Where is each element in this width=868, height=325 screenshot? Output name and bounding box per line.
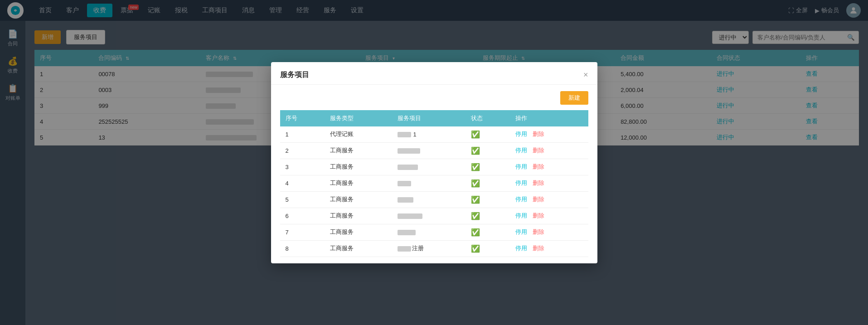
status-check-icon: ✅ (471, 131, 480, 138)
dialog-cell-item: 注册 (392, 240, 465, 257)
stop-button[interactable]: 停用 (515, 147, 527, 154)
dialog-cell-action[interactable]: 停用 删除 (510, 126, 588, 143)
dialog-cell-item (392, 224, 465, 240)
dialog-cell-item (392, 191, 465, 208)
dialog-cell-seq: 2 (280, 142, 325, 159)
dialog-title: 服务项目 (280, 70, 309, 80)
dialog-header: 服务项目 × (271, 62, 597, 85)
delete-button[interactable]: 删除 (533, 212, 544, 219)
dialog-table-row: 3 工商服务 ✅ 停用 删除 (280, 159, 588, 175)
modal-overlay[interactable]: 服务项目 × 新建 序号 服务类型 服务项目 状态 操作 1 (0, 0, 868, 325)
dialog-cell-type: 工商服务 (325, 142, 393, 159)
dialog-cell-item: 1 (392, 126, 465, 143)
dialog-cell-item (392, 142, 465, 159)
stop-button[interactable]: 停用 (515, 196, 527, 203)
dialog-cell-item (392, 159, 465, 175)
dialog-cell-seq: 1 (280, 126, 325, 143)
dialog-cell-status: ✅ (466, 175, 510, 191)
dialog-cell-item (392, 208, 465, 224)
dialog-cell-action[interactable]: 停用 删除 (510, 191, 588, 208)
dialog-cell-action[interactable]: 停用 删除 (510, 240, 588, 257)
dialog-cell-status: ✅ (466, 240, 510, 257)
status-check-icon: ✅ (471, 212, 480, 220)
dialog-cell-action[interactable]: 停用 删除 (510, 142, 588, 159)
dialog-cell-status: ✅ (466, 126, 510, 143)
delete-button[interactable]: 删除 (533, 179, 544, 186)
delete-button[interactable]: 删除 (533, 196, 544, 203)
stop-button[interactable]: 停用 (515, 179, 527, 186)
status-check-icon: ✅ (471, 147, 480, 155)
dialog-cell-seq: 6 (280, 208, 325, 224)
dialog-col-status: 状态 (466, 110, 510, 126)
dialog-table-row: 6 工商服务 ✅ 停用 删除 (280, 208, 588, 224)
dialog-col-action: 操作 (510, 110, 588, 126)
dialog-col-seq: 序号 (280, 110, 325, 126)
status-check-icon: ✅ (471, 179, 480, 187)
stop-button[interactable]: 停用 (515, 228, 527, 235)
dialog-cell-status: ✅ (466, 191, 510, 208)
dialog-cell-action[interactable]: 停用 删除 (510, 175, 588, 191)
dialog-cell-type: 代理记账 (325, 126, 393, 143)
dialog-cell-status: ✅ (466, 142, 510, 159)
delete-button[interactable]: 删除 (533, 163, 544, 170)
dialog-col-item: 服务项目 (392, 110, 465, 126)
dialog-cell-status: ✅ (466, 159, 510, 175)
dialog-new-button[interactable]: 新建 (560, 91, 588, 105)
dialog-cell-action[interactable]: 停用 删除 (510, 208, 588, 224)
dialog-table-row: 1 代理记账 1 ✅ 停用 删除 (280, 126, 588, 143)
dialog-table-row: 2 工商服务 ✅ 停用 删除 (280, 142, 588, 159)
dialog-col-type: 服务类型 (325, 110, 393, 126)
dialog-table-row: 4 工商服务 ✅ 停用 删除 (280, 175, 588, 191)
status-check-icon: ✅ (471, 196, 480, 204)
dialog-table-row: 8 工商服务 注册 ✅ 停用 删除 (280, 240, 588, 257)
dialog-cell-type: 工商服务 (325, 208, 393, 224)
dialog-cell-status: ✅ (466, 208, 510, 224)
delete-button[interactable]: 删除 (533, 245, 544, 252)
dialog-table-row: 7 工商服务 ✅ 停用 删除 (280, 224, 588, 240)
dialog-cell-type: 工商服务 (325, 159, 393, 175)
dialog-cell-seq: 7 (280, 224, 325, 240)
stop-button[interactable]: 停用 (515, 131, 527, 137)
stop-button[interactable]: 停用 (515, 212, 527, 219)
dialog-body: 新建 序号 服务类型 服务项目 状态 操作 1 代理记账 1 ✅ (271, 85, 597, 263)
dialog-cell-action[interactable]: 停用 删除 (510, 224, 588, 240)
dialog-cell-seq: 3 (280, 159, 325, 175)
status-check-icon: ✅ (471, 228, 480, 236)
dialog-table-row: 5 工商服务 ✅ 停用 删除 (280, 191, 588, 208)
dialog-cell-type: 工商服务 (325, 224, 393, 240)
delete-button[interactable]: 删除 (533, 228, 544, 235)
stop-button[interactable]: 停用 (515, 245, 527, 252)
dialog-cell-seq: 5 (280, 191, 325, 208)
dialog-cell-status: ✅ (466, 224, 510, 240)
status-check-icon: ✅ (471, 245, 480, 252)
dialog-table: 序号 服务类型 服务项目 状态 操作 1 代理记账 1 ✅ 停用 删除 2 工商… (280, 110, 588, 257)
dialog-toolbar: 新建 (280, 91, 588, 105)
delete-button[interactable]: 删除 (533, 131, 544, 137)
dialog-cell-seq: 8 (280, 240, 325, 257)
stop-button[interactable]: 停用 (515, 163, 527, 170)
dialog-cell-type: 工商服务 (325, 191, 393, 208)
delete-button[interactable]: 删除 (533, 147, 544, 154)
dialog-cell-type: 工商服务 (325, 240, 393, 257)
dialog-cell-action[interactable]: 停用 删除 (510, 159, 588, 175)
dialog-close-button[interactable]: × (583, 70, 588, 80)
dialog-cell-seq: 4 (280, 175, 325, 191)
dialog-cell-type: 工商服务 (325, 175, 393, 191)
service-dialog: 服务项目 × 新建 序号 服务类型 服务项目 状态 操作 1 (271, 62, 597, 263)
dialog-cell-item (392, 175, 465, 191)
status-check-icon: ✅ (471, 163, 480, 171)
